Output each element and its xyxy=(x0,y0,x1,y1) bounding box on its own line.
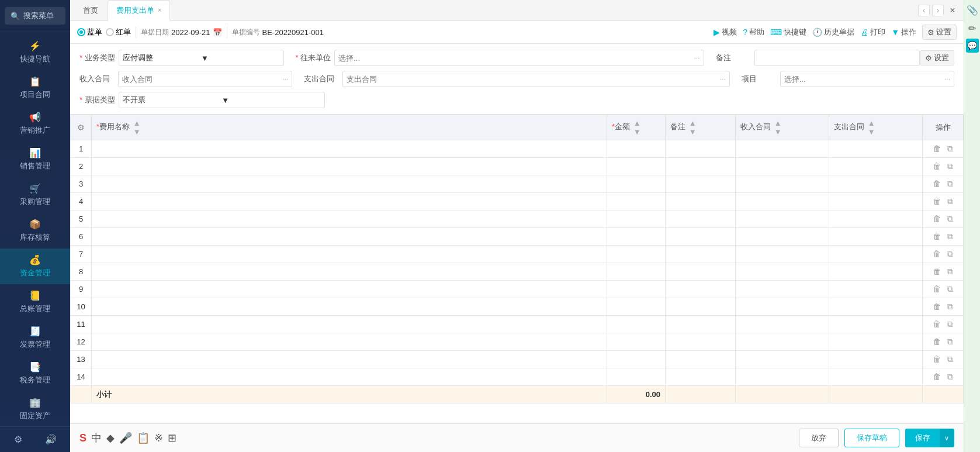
abandon-button[interactable]: 放弃 xyxy=(799,429,839,447)
expense-contract-cell[interactable] xyxy=(829,316,923,333)
income-contract-cell[interactable] xyxy=(736,316,829,333)
income-contract-cell[interactable] xyxy=(736,158,829,175)
sidebar-item-inventory[interactable]: 📦库存核算 xyxy=(0,213,70,249)
income-contract-wrap[interactable]: ··· xyxy=(118,71,292,87)
expense-contract-cell[interactable] xyxy=(829,193,923,211)
delete-row-button[interactable]: 🗑 xyxy=(930,230,943,242)
amount-cell[interactable] xyxy=(607,368,666,386)
number-value[interactable]: BE-20220921-001 xyxy=(262,28,324,37)
note-cell[interactable] xyxy=(666,228,736,246)
income-contract-cell[interactable] xyxy=(736,228,829,246)
sidebar-search-button[interactable]: 🔍 搜索菜单 xyxy=(5,7,65,25)
calendar-icon[interactable]: 📅 xyxy=(213,28,222,37)
amount-cell[interactable] xyxy=(607,211,666,228)
delete-row-button[interactable]: 🗑 xyxy=(930,265,943,277)
income-contract-cell[interactable] xyxy=(736,298,829,316)
delete-row-button[interactable]: 🗑 xyxy=(930,371,943,382)
copy-row-button[interactable]: ⧉ xyxy=(945,283,955,295)
symbol-icon[interactable]: ※ xyxy=(154,432,163,444)
grid-icon[interactable]: ⊞ xyxy=(168,432,176,444)
note-cell[interactable] xyxy=(666,193,736,211)
tab-home[interactable]: 首页 xyxy=(75,0,106,21)
save-draft-button[interactable]: 保存草稿 xyxy=(844,429,899,447)
window-close-button[interactable]: × xyxy=(946,4,959,17)
delete-row-button[interactable]: 🗑 xyxy=(930,178,943,189)
expense-name-cell[interactable] xyxy=(92,193,607,211)
expense-contract-cell[interactable] xyxy=(829,351,923,368)
expense-name-cell[interactable] xyxy=(92,316,607,333)
expense-name-cell[interactable] xyxy=(92,228,607,246)
th-expense-name[interactable]: *费用名称 ▲▼ xyxy=(92,115,607,140)
tab-expense[interactable]: 费用支出单× xyxy=(108,0,170,21)
chinese-icon[interactable]: 中 xyxy=(91,431,102,445)
save-button[interactable]: 保存 xyxy=(905,429,940,447)
th-expense-contract[interactable]: 支出合同 ▲▼ xyxy=(829,115,923,140)
note-cell[interactable] xyxy=(666,158,736,175)
more-icon[interactable]: ··· xyxy=(694,54,699,62)
expense-name-cell[interactable] xyxy=(92,351,607,368)
note-cell[interactable] xyxy=(666,298,736,316)
th-amount[interactable]: *金额 ▲▼ xyxy=(607,115,666,140)
toolbar-action-operations[interactable]: ▼操作 xyxy=(891,27,916,37)
delete-row-button[interactable]: 🗑 xyxy=(930,318,943,330)
expense-contract-cell[interactable] xyxy=(829,140,923,158)
income-contract-cell[interactable] xyxy=(736,175,829,193)
income-contract-cell[interactable] xyxy=(736,368,829,386)
amount-cell[interactable] xyxy=(607,158,666,175)
toolbar-action-video[interactable]: ▶视频 xyxy=(714,27,737,37)
income-contract-cell[interactable] xyxy=(736,333,829,351)
income-contract-input[interactable] xyxy=(122,75,280,84)
copy-row-button[interactable]: ⧉ xyxy=(945,353,955,365)
expense-name-cell[interactable] xyxy=(92,333,607,351)
expense-name-cell[interactable] xyxy=(92,211,607,228)
tab-close-icon[interactable]: × xyxy=(158,7,161,13)
sidebar-item-sales-mgmt[interactable]: 📊销售管理 xyxy=(0,142,70,177)
sidebar-item-invoice-mgmt[interactable]: 🧾发票管理 xyxy=(0,320,70,356)
expense-name-cell[interactable] xyxy=(92,298,607,316)
amount-cell[interactable] xyxy=(607,298,666,316)
copy-row-button[interactable]: ⧉ xyxy=(945,336,955,348)
sidebar-item-fixed-assets[interactable]: 🏢固定资产 xyxy=(0,391,70,426)
clipboard-icon[interactable]: 📋 xyxy=(137,432,150,444)
sidebar-item-purchase-mgmt[interactable]: 🛒采购管理 xyxy=(0,177,70,213)
copy-row-button[interactable]: ⧉ xyxy=(945,248,955,260)
expense-name-cell[interactable] xyxy=(92,140,607,158)
toolbar-action-history[interactable]: 🕐历史单据 xyxy=(812,27,854,37)
amount-cell[interactable] xyxy=(607,316,666,333)
partner-input-wrap[interactable]: ··· xyxy=(334,50,704,66)
red-radio[interactable]: 红单 xyxy=(106,27,131,37)
expense-name-cell[interactable] xyxy=(92,368,607,386)
expense-contract-cell[interactable] xyxy=(829,246,923,263)
settings-button[interactable]: ⚙ 设置 xyxy=(922,25,957,40)
expense-contract-cell[interactable] xyxy=(829,211,923,228)
copy-row-button[interactable]: ⧉ xyxy=(945,230,955,243)
income-contract-cell[interactable] xyxy=(736,281,829,298)
amount-cell[interactable] xyxy=(607,246,666,263)
toolbar-action-shortcut[interactable]: ⌨快捷键 xyxy=(770,27,806,37)
expense-contract-cell[interactable] xyxy=(829,228,923,246)
edge-edit-icon[interactable]: ✏ xyxy=(966,20,979,36)
amount-cell[interactable] xyxy=(607,263,666,281)
amount-cell[interactable] xyxy=(607,333,666,351)
income-more-icon[interactable]: ··· xyxy=(282,75,288,83)
note-cell[interactable] xyxy=(666,281,736,298)
expense-name-cell[interactable] xyxy=(92,246,607,263)
expense-contract-cell[interactable] xyxy=(829,333,923,351)
form-settings-button[interactable]: ⚙ 设置 xyxy=(920,50,954,65)
sidebar-item-accounting[interactable]: 📒总账管理 xyxy=(0,284,70,320)
income-contract-cell[interactable] xyxy=(736,140,829,158)
edge-chat-icon[interactable]: 💬 xyxy=(966,39,979,53)
note-cell[interactable] xyxy=(666,263,736,281)
invoice-type-select[interactable]: 不开票 ▼ xyxy=(119,92,325,108)
sidebar-item-project-contract[interactable]: 📋项目合同 xyxy=(0,70,70,106)
income-contract-cell[interactable] xyxy=(736,193,829,211)
copy-row-button[interactable]: ⧉ xyxy=(945,143,955,155)
blue-radio[interactable]: 蓝单 xyxy=(77,27,102,37)
delete-row-button[interactable]: 🗑 xyxy=(930,160,943,172)
note-cell[interactable] xyxy=(666,211,736,228)
sidebar-item-tax-mgmt[interactable]: 📑税务管理 xyxy=(0,356,70,391)
sound-icon[interactable]: 🔊 xyxy=(43,432,59,447)
project-input[interactable] xyxy=(784,75,942,84)
expense-name-cell[interactable] xyxy=(92,263,607,281)
delete-row-button[interactable]: 🗑 xyxy=(930,283,943,295)
